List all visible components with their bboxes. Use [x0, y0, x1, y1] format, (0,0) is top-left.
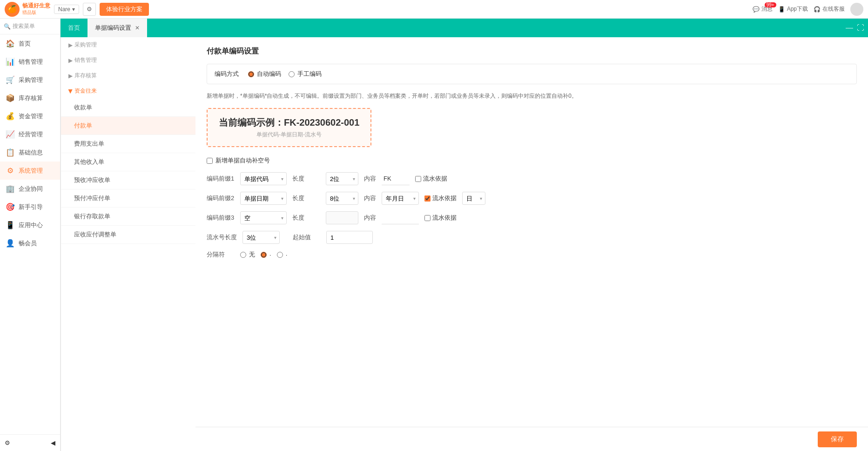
sidebar-item-member[interactable]: 👤 畅会员	[0, 234, 60, 252]
prefix2-select-input[interactable]: 单据日期 单据代码 空	[244, 195, 276, 202]
sidebar-item-purchase-label: 采购管理	[19, 76, 43, 84]
prefix1-select[interactable]: 单据代码 单据日期 空 ▾	[240, 172, 287, 185]
save-button[interactable]: 保存	[818, 431, 857, 447]
tab-coding-label: 单据编码设置	[95, 24, 131, 32]
separator-dash-radio[interactable]	[277, 252, 283, 258]
gear-button[interactable]: ⚙	[83, 3, 96, 16]
menu-item-prepay-payable[interactable]: 预付冲应付单	[61, 189, 195, 208]
online-service-button[interactable]: 🎧 在线客服	[814, 5, 845, 13]
coding-method-label: 编码方式	[215, 70, 239, 78]
sidebar-item-finance-label: 资金管理	[19, 112, 43, 121]
menu-expense-label: 费用支出单	[74, 140, 104, 148]
nav-dropdown[interactable]: Nare ▾	[54, 5, 79, 14]
prefix3-length-input[interactable]	[326, 211, 358, 224]
user-avatar[interactable]	[850, 3, 863, 16]
auto-coding-option[interactable]: 自动编码	[248, 70, 281, 78]
page-title: 付款单编码设置	[207, 47, 857, 56]
sidebar-item-appcenter[interactable]: 📱 应用中心	[0, 216, 60, 234]
menu-item-expense[interactable]: 费用支出单	[61, 135, 195, 153]
messages-badge: 99+	[765, 2, 776, 7]
tab-maximize-icon[interactable]: ⛶	[857, 24, 864, 32]
sidebar-item-operations[interactable]: 📈 经营管理	[0, 125, 60, 143]
tab-home[interactable]: 首页	[61, 19, 87, 37]
coding-method-section: 编码方式 自动编码 手工编码	[207, 64, 857, 84]
separator-dot-option[interactable]: ·	[261, 251, 271, 258]
tab-coding[interactable]: 单据编码设置 ✕	[87, 19, 147, 37]
manual-coding-option[interactable]: 手工编码	[289, 70, 322, 78]
app-download-button[interactable]: 📱 App下载	[778, 5, 808, 13]
prefix2-period-select-input[interactable]: 日 月 年	[466, 195, 480, 202]
prefix3-select-input[interactable]: 空 单据代码 单据日期	[244, 215, 276, 222]
sidebar-item-system-label: 系统管理	[19, 167, 43, 175]
sidebar-item-finance[interactable]: 💰 资金管理	[0, 107, 60, 125]
footer-settings-icon[interactable]: ⚙	[5, 439, 10, 446]
serial-length-select-input[interactable]: 3位 4位 5位	[247, 234, 264, 241]
prefix2-period-select[interactable]: 日 月 年 ▾	[462, 192, 485, 205]
home-icon: 🏠	[6, 39, 15, 48]
section-capital[interactable]: ▶ 资金往来	[61, 83, 195, 99]
prefix2-content-select[interactable]: 年月日 年月 年 ▾	[382, 192, 419, 205]
sidebar-search[interactable]: 🔍 搜索菜单	[0, 19, 60, 34]
menu-item-bank-deposit[interactable]: 银行存取款单	[61, 208, 195, 226]
tabbar: 首页 单据编码设置 ✕ — ⛶	[61, 19, 868, 37]
separator-dot-radio[interactable]	[261, 252, 267, 258]
sidebar-item-newguide-label: 新手引导	[19, 203, 43, 211]
tab-coding-close-icon[interactable]: ✕	[135, 25, 140, 31]
prefix3-length-label: 长度	[292, 214, 320, 222]
menu-item-payment[interactable]: 付款单	[61, 117, 195, 135]
menu-item-ar-ap-adjust[interactable]: 应收应付调整单	[61, 226, 195, 244]
menu-item-prepay-receivable[interactable]: 预收冲应收单	[61, 171, 195, 189]
prefix2-select[interactable]: 单据日期 单据代码 空 ▾	[240, 192, 287, 205]
separator-dash-option[interactable]: ·	[277, 251, 288, 258]
sidebar-item-purchase[interactable]: 🛒 采购管理	[0, 71, 60, 89]
auto-coding-radio[interactable]	[248, 71, 254, 77]
prefix1-length-select[interactable]: 2位 4位 6位 ▾	[326, 172, 358, 185]
section-purchase[interactable]: ▶ 采购管理	[61, 37, 195, 53]
sidebar-item-inventory[interactable]: 📦 库存核算	[0, 89, 60, 107]
prefix1-length-arrow: ▾	[353, 176, 355, 182]
separator-none-radio[interactable]	[240, 252, 246, 258]
sidebar-item-newguide[interactable]: 🎯 新手引导	[0, 198, 60, 216]
section-sales[interactable]: ▶ 销售管理	[61, 53, 195, 68]
prefix2-length-label: 长度	[292, 194, 320, 202]
section-inventory[interactable]: ▶ 库存核算	[61, 68, 195, 83]
prefix1-stream-checkbox[interactable]	[415, 176, 421, 182]
preview-desc: 单据代码-单据日期-流水号	[219, 131, 359, 139]
prefix2-select-arrow: ▾	[281, 196, 283, 201]
tab-minimize-icon[interactable]: —	[846, 24, 853, 32]
menu-item-receipt[interactable]: 收款单	[61, 99, 195, 117]
sidebar-item-home[interactable]: 🏠 首页	[0, 34, 60, 53]
prefix2-stream-check[interactable]: 流水依据	[424, 194, 457, 202]
prefix1-row: 编码前缀1 单据代码 单据日期 空 ▾ 长度	[207, 172, 857, 185]
manual-coding-radio[interactable]	[289, 71, 295, 77]
start-value-input[interactable]	[326, 231, 373, 244]
prefix1-stream-check[interactable]: 流水依据	[415, 175, 447, 183]
serial-length-select[interactable]: 3位 4位 5位 ▾	[242, 231, 280, 244]
sidebar-item-sales[interactable]: 📊 销售管理	[0, 53, 60, 71]
prefix2-content-select-input[interactable]: 年月日 年月 年	[386, 195, 411, 202]
prefix2-stream-checkbox[interactable]	[424, 195, 431, 202]
prefix2-length-select-input[interactable]: 8位 4位 6位	[330, 195, 347, 202]
enterprise-icon: 🏢	[6, 184, 15, 193]
new-doc-fill-checkbox[interactable]	[207, 158, 213, 164]
new-doc-fill-row[interactable]: 新增单据自动补空号	[207, 156, 857, 165]
inventory-icon: 📦	[6, 94, 15, 102]
sidebar-item-system[interactable]: ⚙ 系统管理	[0, 162, 60, 180]
content-with-panel: ▶ 采购管理 ▶ 销售管理 ▶ 库存核算 ▶ 资金往来	[61, 37, 868, 451]
prefix3-stream-checkbox[interactable]	[424, 215, 431, 221]
messages-button[interactable]: 💬 消息 99+	[753, 5, 773, 13]
prefix3-select[interactable]: 空 单据代码 单据日期 ▾	[240, 211, 287, 224]
industry-button[interactable]: 体验行业方案	[100, 3, 149, 16]
menu-item-other-income[interactable]: 其他收入单	[61, 153, 195, 171]
sidebar-item-enterprise[interactable]: 🏢 企业协同	[0, 180, 60, 198]
separator-none-option[interactable]: 无	[240, 250, 255, 259]
prefix3-stream-check[interactable]: 流水依据	[424, 214, 457, 222]
sidebar-item-basic[interactable]: 📋 基础信息	[0, 143, 60, 162]
app-logo: 🍊 畅通好生意 猎品版	[5, 2, 50, 17]
prefix2-length-select[interactable]: 8位 4位 6位 ▾	[326, 192, 358, 205]
footer-collapse-icon[interactable]: ◀	[51, 439, 55, 446]
separator-dot-label: ·	[269, 251, 271, 258]
separator-dash-label: ·	[286, 251, 288, 258]
prefix1-length-select-input[interactable]: 2位 4位 6位	[330, 175, 347, 182]
prefix1-select-input[interactable]: 单据代码 单据日期 空	[244, 175, 276, 182]
